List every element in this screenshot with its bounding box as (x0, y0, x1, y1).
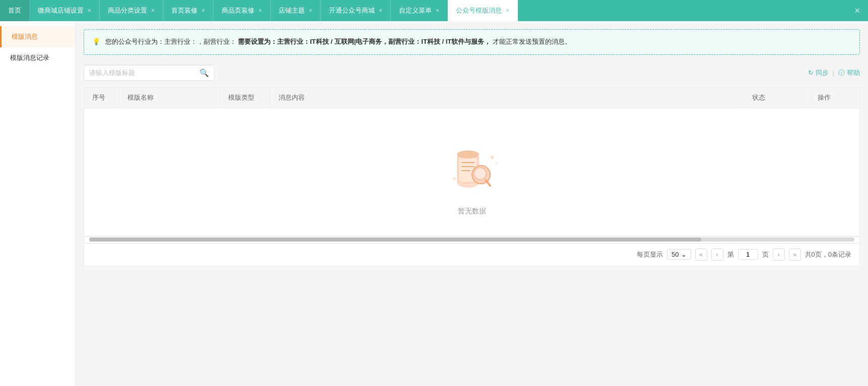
col-index: 序号 (84, 87, 119, 108)
tab-home-decor-label: 首页装修 (171, 6, 197, 15)
svg-point-10 (491, 156, 494, 159)
tab-home[interactable]: 首页 (0, 0, 30, 21)
search-icon[interactable]: 🔍 (199, 68, 209, 78)
tab-template-message-label: 公众号模版消息 (456, 6, 502, 15)
pagination-total: 共0页，0条记录 (805, 250, 851, 259)
tab-home-decor[interactable]: 首页装修 × (163, 0, 214, 21)
help-icon: ⓘ (838, 68, 845, 78)
svg-point-6 (457, 150, 479, 159)
notice-suffix: 才能正常发送预置的消息。 (493, 38, 571, 45)
tab-product-category[interactable]: 商品分类设置 × (100, 0, 163, 21)
toolbar-divider: | (833, 69, 834, 76)
scrollbar-track (89, 238, 854, 242)
sync-icon: ↻ (808, 69, 814, 76)
sidebar-item-template-msg[interactable]: 模版消息 (0, 26, 75, 47)
tab-open-mall[interactable]: 开通公众号商城 × (321, 0, 391, 21)
table-empty-row: 暂无数据 (84, 108, 860, 236)
col-actions: 操作 (810, 87, 860, 108)
page-number-input[interactable] (738, 249, 758, 260)
table-header-row: 序号 模版名称 模版类型 消息内容 状态 操作 (84, 87, 860, 108)
tab-open-mall-close[interactable]: × (379, 7, 382, 14)
tab-micro-store-close[interactable]: × (88, 7, 91, 14)
notice-icon: 💡 (92, 38, 100, 45)
col-status: 状态 (744, 87, 810, 108)
tab-template-message[interactable]: 公众号模版消息 × (448, 0, 518, 21)
empty-state: 暂无数据 (84, 108, 859, 236)
tab-custom-menu-label: 自定义菜单 (399, 6, 432, 15)
page-unit-text: 页 (762, 250, 769, 259)
tab-product-category-close[interactable]: × (151, 7, 155, 14)
tab-store-theme[interactable]: 店铺主题 × (271, 0, 321, 21)
scrollbar-thumb[interactable] (89, 238, 701, 242)
col-name: 模版名称 (119, 87, 220, 108)
tab-home-decor-close[interactable]: × (202, 7, 205, 14)
svg-point-12 (453, 177, 456, 180)
empty-illustration (442, 138, 502, 199)
tab-home-label: 首页 (8, 6, 21, 15)
tab-micro-store-label: 微商城店铺设置 (38, 6, 84, 15)
page-size-value: 50 (672, 251, 679, 258)
tab-template-message-close[interactable]: × (506, 7, 509, 14)
tab-product-category-label: 商品分类设置 (108, 6, 147, 15)
sidebar: 模版消息 模版消息记录 (0, 21, 76, 386)
tab-bar: 首页 微商城店铺设置 × 商品分类设置 × 首页装修 × 商品页装修 × 店铺主… (0, 0, 868, 21)
tab-micro-store[interactable]: 微商城店铺设置 × (30, 0, 100, 21)
window-close-button[interactable]: × (846, 6, 868, 16)
page-size-dropdown-icon: ⌄ (681, 251, 687, 258)
page-size-select[interactable]: 50 ⌄ (667, 249, 691, 260)
notice-box: 💡 您的公众号行业为：主营行业：，副营行业： 需要设置为：主营行业：IT科技 /… (84, 29, 860, 55)
tab-product-decor-label: 商品页装修 (222, 6, 254, 15)
search-bar: 🔍 ↻ 同步 | ⓘ 帮助 (84, 65, 860, 81)
pagination-bar: 每页显示 50 ⌄ « ‹ 第 页 › » 共0页，0条记录 (84, 244, 860, 266)
pagination-first-button[interactable]: « (695, 249, 707, 261)
sync-label: 同步 (816, 68, 829, 78)
content-area: 💡 您的公众号行业为：主营行业：，副营行业： 需要设置为：主营行业：IT科技 /… (76, 21, 868, 386)
page-size-label: 每页显示 (637, 250, 663, 259)
tab-custom-menu[interactable]: 自定义菜单 × (391, 0, 448, 21)
sidebar-item-template-msg-label: 模版消息 (12, 33, 38, 40)
sidebar-item-template-record[interactable]: 模版消息记录 (0, 47, 75, 68)
page-label-text: 第 (727, 250, 734, 259)
notice-highlight: 需要设置为：主营行业：IT科技 / 互联网|电子商务，副营行业：IT科技 / I… (238, 38, 491, 45)
search-input[interactable] (89, 69, 199, 76)
svg-point-8 (474, 168, 486, 180)
help-button[interactable]: ⓘ 帮助 (838, 68, 860, 78)
pagination-last-button[interactable]: » (789, 249, 801, 261)
data-table: 序号 模版名称 模版类型 消息内容 状态 操作 (84, 87, 860, 237)
sync-button[interactable]: ↻ 同步 (808, 68, 829, 78)
toolbar-right: ↻ 同步 | ⓘ 帮助 (808, 68, 860, 78)
col-content: 消息内容 (271, 87, 744, 108)
tab-product-decor[interactable]: 商品页装修 × (214, 0, 271, 21)
pagination-prev-button[interactable]: ‹ (711, 249, 723, 261)
help-label: 帮助 (847, 68, 860, 78)
tab-store-theme-label: 店铺主题 (279, 6, 305, 15)
tab-store-theme-close[interactable]: × (309, 7, 312, 14)
tab-open-mall-label: 开通公众号商城 (329, 6, 375, 15)
notice-prefix: 您的公众号行业为：主营行业：，副营行业： (105, 38, 236, 45)
search-input-wrap[interactable]: 🔍 (84, 65, 215, 81)
pagination-next-button[interactable]: › (773, 249, 785, 261)
main-layout: 模版消息 模版消息记录 💡 您的公众号行业为：主营行业：，副营行业： 需要设置为… (0, 21, 868, 386)
horizontal-scrollbar[interactable] (84, 238, 860, 244)
svg-point-11 (495, 163, 497, 165)
empty-text: 暂无数据 (458, 207, 486, 216)
tab-custom-menu-close[interactable]: × (436, 7, 439, 14)
tab-product-decor-close[interactable]: × (258, 7, 262, 14)
sidebar-item-template-record-label: 模版消息记录 (10, 54, 49, 61)
col-type: 模版类型 (220, 87, 271, 108)
